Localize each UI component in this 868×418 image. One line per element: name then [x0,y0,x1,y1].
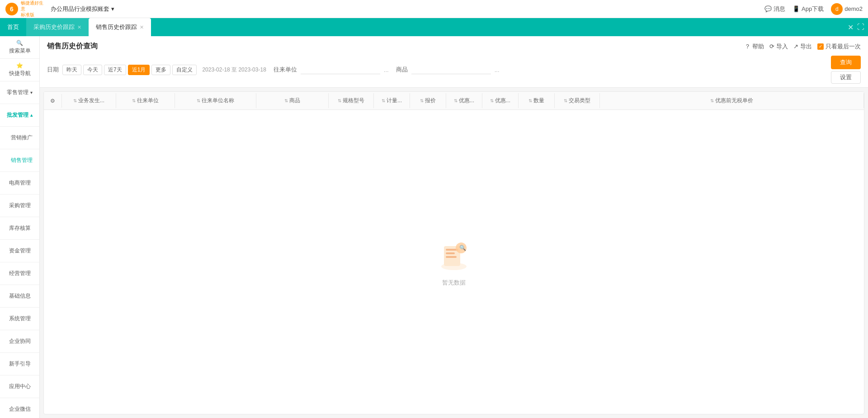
th-settings[interactable]: ⚙ [44,94,62,108]
th-product-label: 商品 [289,97,300,104]
sidebar-enterprise-label: 企业协同 [9,337,31,345]
sidebar-item-appstore[interactable]: 应用中心 [0,375,39,398]
page-title: 销售历史价查询 [47,42,98,51]
product-filter-input[interactable] [411,65,491,74]
date-btn-yesterday[interactable]: 昨天 [62,65,81,75]
empty-text: 暂无数据 [442,279,466,287]
th-date[interactable]: ⇅ 业务发生... [62,93,116,108]
th-discount2[interactable]: ⇅ 优惠... [482,93,519,108]
sidebar-item-enterprise[interactable]: 企业协同 [0,330,39,353]
sidebar-ecommerce-label: 电商管理 [9,179,31,187]
th-spec-sort-icon: ⇅ [338,98,341,103]
th-spec-label: 规格型号 [343,97,364,104]
search-icon: 🔍 [16,40,23,46]
th-product[interactable]: ⇅ 商品 [256,93,329,108]
th-price-sort-icon: ⇅ [420,98,424,103]
th-measure-sort-icon: ⇅ [382,98,385,103]
sidebar-item-sales[interactable]: 销售管理 [0,149,39,172]
help-button[interactable]: ？ 帮助 [745,43,764,51]
date-btn-more[interactable]: 更多 [151,65,170,75]
sidebar-item-finance[interactable]: 资金管理 [0,240,39,262]
sidebar-item-retail[interactable]: 零售管理 ▾ [0,81,39,104]
tab-sales-close-icon[interactable]: ✕ [140,24,144,30]
th-spec[interactable]: ⇅ 规格型号 [329,93,374,108]
sidebar-purchase-label: 采购管理 [9,202,31,209]
top-bar: 6 畅捷通好生意 标准版 办公用品行业模拟账套 ▾ 💬 消息 📱 App下载 d… [0,0,868,18]
import-button[interactable]: ⟳ 导入 [769,43,788,51]
top-bar-left: 6 畅捷通好生意 标准版 办公用品行业模拟账套 ▾ [5,0,118,18]
sidebar-item-guide[interactable]: 新手引导 [0,353,39,375]
date-btn-1month[interactable]: 近1月 [128,65,150,75]
th-unit-name[interactable]: ⇅ 往来单位名称 [175,93,256,108]
export-button[interactable]: ↗ 导出 [793,43,812,51]
th-date-sort-icon: ⇅ [73,98,77,103]
sidebar-item-marketing[interactable]: 营销推广 [0,127,39,149]
tab-purchase-close-icon[interactable]: ✕ [77,24,81,30]
th-discount1[interactable]: ⇅ 优惠... [446,93,482,108]
th-qty-label: 数量 [533,97,544,104]
tab-home[interactable]: 首页 [0,18,26,36]
th-qty[interactable]: ⇅ 数量 [519,93,555,108]
svg-text:🔍: 🔍 [459,244,466,251]
sidebar-item-ecommerce[interactable]: 电商管理 [0,172,39,195]
table-container: ⚙ ⇅ 业务发生... ⇅ 往来单位 ⇅ 往来单位名称 ⇅ 商品 [43,91,864,414]
date-btn-custom[interactable]: 自定义 [172,65,197,75]
th-notax-price[interactable]: ⇅ 优惠前无税单价 [600,93,864,108]
top-bar-right: 💬 消息 📱 App下载 d demo2 [764,3,863,15]
maximize-button[interactable]: ⛶ [857,23,864,31]
settings-button[interactable]: 设置 [831,71,861,84]
date-buttons: 昨天 今天 近7天 近1月 更多 自定义 [62,65,197,75]
svg-rect-3 [446,252,455,254]
sidebar-item-operation[interactable]: 经营管理 [0,262,39,285]
question-icon: ？ [745,43,750,51]
th-price[interactable]: ⇅ 报价 [410,93,446,108]
sidebar-item-basic[interactable]: 基础信息 [0,285,39,308]
th-unit-code[interactable]: ⇅ 往来单位 [116,93,175,108]
sidebar-basic-label: 基础信息 [9,292,31,300]
sidebar-item-search[interactable]: 🔍 搜索菜单 [0,36,39,59]
sidebar-inventory-label: 库存核算 [9,224,31,232]
date-btn-7days[interactable]: 近7天 [104,65,126,75]
chat-button[interactable]: 💬 消息 [764,5,785,13]
tab-bar: 首页 采购历史价跟踪 ✕ 销售历史价跟踪 ✕ ✕ ⛶ [0,18,868,36]
th-price-label: 报价 [425,97,436,104]
th-trans-type[interactable]: ⇅ 交易类型 [555,93,600,108]
date-btn-today[interactable]: 今天 [83,65,102,75]
sidebar-item-purchase[interactable]: 采购管理 [0,195,39,217]
tab-home-label: 首页 [7,23,19,31]
tab-sales-history-label: 销售历史价跟踪 [96,23,137,31]
sidebar-finance-label: 资金管理 [9,247,31,255]
th-measure[interactable]: ⇅ 计量... [374,93,410,108]
tab-purchase-history-label: 采购历史价跟踪 [33,23,75,31]
logo-text: 畅捷通好生意 标准版 [21,0,43,18]
sidebar-item-inventory[interactable]: 库存核算 [0,217,39,240]
query-button[interactable]: 查询 [831,56,861,69]
date-filter-label: 日期 [47,66,59,74]
page-header: 销售历史价查询 ？ 帮助 ⟳ 导入 ↗ 导出 ✓ [40,36,868,88]
avatar: d [831,3,843,15]
date-range-text: 2023-02-18 至 2023-03-18 [202,66,266,74]
sidebar-item-weixin[interactable]: 企业微信 [0,398,39,418]
only-last-checkbox[interactable]: ✓ 只看最后一次 [817,43,861,51]
app-download-button[interactable]: 📱 App下载 [793,5,824,13]
sidebar-item-shortcut[interactable]: ⭐ 快捷导航 [0,59,39,81]
sidebar: 🔍 搜索菜单 ⭐ 快捷导航 零售管理 ▾ 批发管理 ▴ 营销推广 销售管理 电商… [0,36,40,418]
unit-filter-input[interactable] [301,65,380,74]
sidebar-item-system[interactable]: 系统管理 [0,308,39,330]
user-area[interactable]: d demo2 [831,3,863,15]
user-name: demo2 [844,5,863,12]
checkbox-checked-icon: ✓ [817,43,824,50]
tab-sales-history[interactable]: 销售历史价跟踪 ✕ [89,18,151,36]
export-label: 导出 [800,43,812,51]
th-discount2-label: 优惠... [495,97,510,104]
app-download-label: App下载 [802,5,824,13]
th-unit-code-label: 往来单位 [137,97,159,104]
empty-illustration: 🔍 [436,237,472,273]
sidebar-shortcut-label: 快捷导航 [9,70,31,77]
close-window-button[interactable]: ✕ [848,23,854,32]
tab-purchase-history[interactable]: 采购历史价跟踪 ✕ [26,18,89,36]
sidebar-sales-label: 销售管理 [11,157,33,164]
app-selector[interactable]: 办公用品行业模拟账套 ▾ [47,3,118,15]
sidebar-item-wholesale[interactable]: 批发管理 ▴ [0,104,39,127]
app-download-icon: 📱 [793,5,800,12]
